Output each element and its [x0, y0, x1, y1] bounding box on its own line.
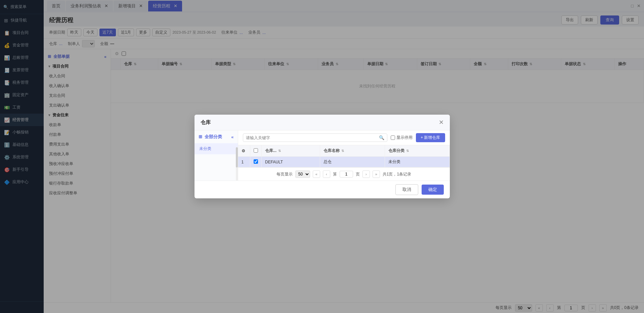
modal-row-checkbox-cell[interactable]	[250, 157, 262, 167]
modal-table: ⚙ 仓库... ⇅ 仓库名称 ⇅ 仓库分类 ⇅ 1 DEFA	[238, 145, 450, 167]
modal-collapse-icon[interactable]: «	[231, 134, 233, 140]
modal-per-page-select[interactable]: 50	[295, 170, 310, 178]
modal-right-panel: 🔍 显示停用 + 新增仓库 ⚙	[238, 130, 450, 181]
modal-overlay: 仓库 ✕ ⊞ 全部分类 « 未分类	[0, 0, 644, 313]
modal-row-name: 总仓	[320, 157, 385, 167]
modal-col-category[interactable]: 仓库分类 ⇅	[385, 145, 449, 157]
modal-search-input[interactable]	[246, 135, 379, 140]
modal-confirm-button[interactable]: 确定	[422, 185, 444, 195]
modal-row-category: 未分类	[385, 157, 449, 167]
modal-page-label: 算	[333, 171, 337, 177]
modal-table-wrap[interactable]: ⚙ 仓库... ⇅ 仓库名称 ⇅ 仓库分类 ⇅ 1 DEFA	[238, 145, 450, 167]
warehouse-modal: 仓库 ✕ ⊞ 全部分类 « 未分类	[195, 115, 450, 198]
modal-left-scrollbar-thumb	[236, 147, 238, 167]
modal-action-footer: 取消 确定	[195, 181, 450, 198]
modal-next-page[interactable]: ›	[362, 170, 370, 178]
modal-col-name[interactable]: 仓库名称 ⇅	[320, 145, 385, 157]
modal-select-all[interactable]	[254, 148, 258, 153]
modal-page-suffix: 页	[356, 171, 360, 177]
modal-prev-page[interactable]: ‹	[323, 170, 330, 178]
modal-header: 仓库 ✕	[195, 115, 450, 130]
modal-row-checkbox[interactable]	[254, 159, 258, 164]
modal-toolbar: 🔍 显示停用 + 新增仓库	[238, 130, 450, 145]
modal-row-num: 1	[238, 157, 250, 167]
modal-row-code: DEFAULT	[262, 157, 320, 167]
modal-category-uncategorized[interactable]: 未分类	[195, 143, 238, 154]
modal-left-scrollbar[interactable]	[236, 147, 238, 181]
show-disabled-group: 显示停用	[391, 135, 413, 141]
modal-last-page[interactable]: »	[373, 170, 380, 178]
modal-col-checkbox	[250, 145, 262, 157]
show-disabled-label: 显示停用	[396, 135, 413, 141]
modal-all-categories[interactable]: ⊞ 全部分类 «	[195, 130, 238, 143]
modal-table-row[interactable]: 1 DEFAULT 总仓 未分类	[238, 157, 450, 167]
modal-search-icon: 🔍	[379, 135, 384, 140]
modal-page-input[interactable]	[340, 171, 353, 178]
modal-title: 仓库	[201, 119, 211, 126]
add-warehouse-button[interactable]: + 新增仓库	[416, 133, 445, 142]
modal-pagination: 每页显示 50 « ‹ 算 页 › » 共1页，1条记录	[238, 167, 450, 181]
modal-close-button[interactable]: ✕	[439, 119, 444, 126]
modal-cancel-button[interactable]: 取消	[395, 184, 418, 195]
modal-first-page[interactable]: «	[313, 170, 320, 178]
modal-body: ⊞ 全部分类 « 未分类 🔍	[195, 130, 450, 181]
modal-per-page-label: 每页显示	[276, 171, 293, 177]
modal-col-settings[interactable]: ⚙	[238, 145, 250, 157]
all-categories-label: ⊞ 全部分类	[199, 134, 222, 140]
modal-total: 共1页，1条记录	[383, 171, 411, 177]
modal-col-code[interactable]: 仓库... ⇅	[262, 145, 320, 157]
show-disabled-checkbox[interactable]	[391, 135, 395, 140]
modal-left-panel: ⊞ 全部分类 « 未分类	[195, 130, 238, 181]
modal-search-box[interactable]: 🔍	[243, 133, 388, 142]
